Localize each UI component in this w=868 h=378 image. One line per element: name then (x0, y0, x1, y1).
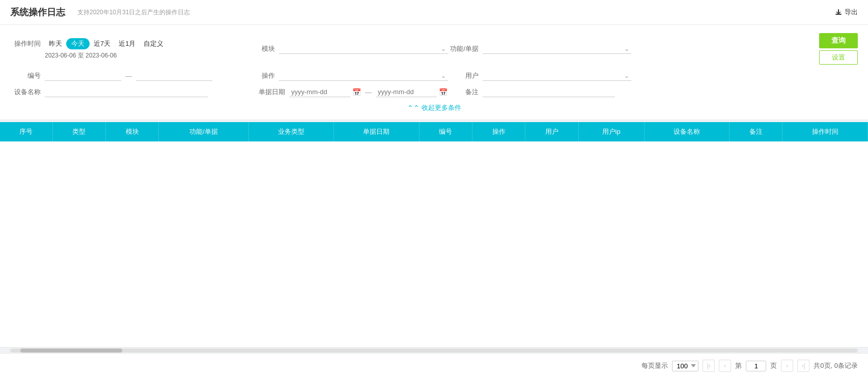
remark-filter-col: 备注 (448, 87, 631, 97)
doc-date-start-input[interactable] (289, 87, 350, 97)
operation-filter-col: 操作 ⌄ (255, 71, 448, 81)
user-input[interactable] (483, 71, 631, 81)
time-btn-yesterday[interactable]: 昨天 (45, 38, 66, 49)
module-dropdown[interactable]: ⌄ (279, 44, 448, 54)
table-header-row: 序号 类型 模块 功能/单据 业务类型 单据日期 编号 操作 用户 用户ip 设… (0, 122, 868, 141)
operation-dropdown[interactable]: ⌄ (279, 71, 448, 81)
filter-row-1: 操作时间 昨天 今天 近7天 近1月 自定义 2023-06-06 至 2023… (10, 33, 858, 65)
time-btn-custom[interactable]: 自定义 (139, 38, 167, 49)
operation-label: 操作 (255, 71, 275, 80)
col-module: 模块 (106, 122, 159, 141)
col-remark: 备注 (730, 122, 782, 141)
col-user: 用户 (525, 122, 578, 141)
page-unit: 页 (770, 361, 777, 370)
collapse-label: 收起更多条件 (422, 103, 461, 112)
doc-date-dash: — (365, 89, 372, 96)
col-user-ip: 用户ip (578, 122, 644, 141)
next-page-button[interactable]: › (781, 360, 793, 372)
data-table: 序号 类型 模块 功能/单据 业务类型 单据日期 编号 操作 用户 用户ip 设… (0, 122, 868, 141)
svg-rect-1 (838, 9, 839, 13)
prev-page-button[interactable]: ‹ (719, 360, 731, 372)
col-type: 类型 (52, 122, 105, 141)
serial-input-start[interactable] (45, 71, 121, 81)
operation-input[interactable] (279, 71, 448, 81)
time-btn-7days[interactable]: 近7天 (90, 38, 115, 49)
time-btn-1month[interactable]: 近1月 (115, 38, 139, 49)
function-input[interactable] (483, 44, 631, 54)
table-header: 序号 类型 模块 功能/单据 业务类型 单据日期 编号 操作 用户 用户ip 设… (0, 122, 868, 141)
col-function: 功能/单据 (159, 122, 248, 141)
user-label: 用户 (448, 71, 479, 80)
page-subtitle: 支持2020年10月31日之后产生的操作日志 (77, 8, 190, 17)
page-container: 系统操作日志 支持2020年10月31日之后产生的操作日志 导出 操作时间 昨天… (0, 0, 868, 378)
scrollbar-area[interactable] (0, 347, 868, 353)
time-buttons-row: 昨天 今天 近7天 近1月 自定义 (45, 38, 167, 49)
page-size-select[interactable]: 100 20 50 200 (672, 361, 698, 371)
doc-date-end-input[interactable] (376, 87, 437, 97)
col-serial: 编号 (419, 122, 472, 141)
scrollbar-track (10, 348, 858, 353)
export-label: 导出 (845, 8, 858, 17)
empty-area (0, 244, 868, 347)
user-filter-col: 用户 ⌄ (448, 71, 631, 81)
doc-date-end-wrapper: 📅 (376, 87, 447, 97)
doc-date-start-wrapper: 📅 (289, 87, 361, 97)
filter-row-3: 设备名称 单据日期 📅 — 📅 备注 (10, 87, 858, 97)
serial-input-end[interactable] (136, 71, 212, 81)
user-dropdown[interactable]: ⌄ (483, 71, 631, 81)
module-filter-col: 模块 ⌄ (255, 44, 448, 54)
col-device: 设备名称 (644, 122, 729, 141)
table-area: 序号 类型 模块 功能/单据 业务类型 单据日期 编号 操作 用户 用户ip 设… (0, 122, 868, 244)
module-label: 模块 (255, 44, 275, 53)
scrollbar-thumb[interactable] (20, 348, 122, 353)
device-input[interactable] (45, 87, 208, 97)
remark-label: 备注 (448, 88, 479, 97)
calendar-start-icon[interactable]: 📅 (352, 88, 361, 96)
col-biz-type: 业务类型 (248, 122, 333, 141)
pagination-area: 每页显示 100 20 50 200 |‹ ‹ 第 1 页 › ›| 共0页, … (0, 353, 868, 378)
time-filter-col: 操作时间 昨天 今天 近7天 近1月 自定义 2023-06-06 至 2023… (10, 38, 255, 60)
col-seq: 序号 (0, 122, 52, 141)
function-dropdown[interactable]: ⌄ (483, 44, 631, 54)
query-button[interactable]: 查询 (819, 33, 858, 48)
last-page-button[interactable]: ›| (797, 360, 809, 372)
calendar-end-icon[interactable]: 📅 (439, 88, 447, 96)
device-filter-col: 设备名称 (10, 87, 255, 97)
function-label: 功能/单据 (448, 44, 479, 53)
remark-input[interactable] (483, 87, 615, 97)
time-btn-today[interactable]: 今天 (66, 38, 90, 49)
time-filter-options: 昨天 今天 近7天 近1月 自定义 2023-06-06 至 2023-06-0… (45, 38, 167, 60)
function-filter-col: 功能/单据 ⌄ (448, 44, 631, 54)
collapse-button[interactable]: ⌃⌃ 收起更多条件 (407, 103, 461, 112)
filter-row-2: 编号 — 操作 ⌄ 用户 ⌄ (10, 71, 858, 81)
total-info: 共0页, 0条记录 (814, 361, 858, 370)
collapse-row: ⌃⌃ 收起更多条件 (10, 103, 858, 112)
time-range-display: 2023-06-06 至 2023-06-06 (45, 51, 167, 60)
first-page-button[interactable]: |‹ (703, 360, 715, 372)
export-button[interactable]: 导出 (834, 8, 858, 17)
col-operation: 操作 (472, 122, 525, 141)
serial-range-dash: — (125, 72, 132, 80)
per-page-label: 每页显示 (641, 361, 668, 370)
filter-area: 操作时间 昨天 今天 近7天 近1月 自定义 2023-06-06 至 2023… (0, 25, 868, 120)
export-icon (834, 8, 843, 16)
settings-button[interactable]: 设置 (819, 50, 858, 65)
time-label: 操作时间 (10, 39, 41, 48)
action-buttons: 查询 设置 (819, 33, 858, 65)
module-input[interactable] (279, 44, 448, 54)
serial-label: 编号 (10, 71, 41, 80)
doc-date-filter-col: 单据日期 📅 — 📅 (255, 87, 448, 97)
serial-filter-col: 编号 — (10, 71, 255, 81)
page-word: 第 (735, 361, 742, 370)
col-doc-date: 单据日期 (334, 122, 419, 141)
page-header: 系统操作日志 支持2020年10月31日之后产生的操作日志 导出 (0, 0, 868, 25)
collapse-chevron-icon: ⌃⌃ (407, 104, 419, 112)
device-label: 设备名称 (10, 88, 41, 97)
current-page-input[interactable]: 1 (746, 361, 766, 371)
doc-date-label: 单据日期 (255, 88, 285, 97)
page-title: 系统操作日志 (10, 6, 65, 18)
col-op-time: 操作时间 (782, 122, 868, 141)
